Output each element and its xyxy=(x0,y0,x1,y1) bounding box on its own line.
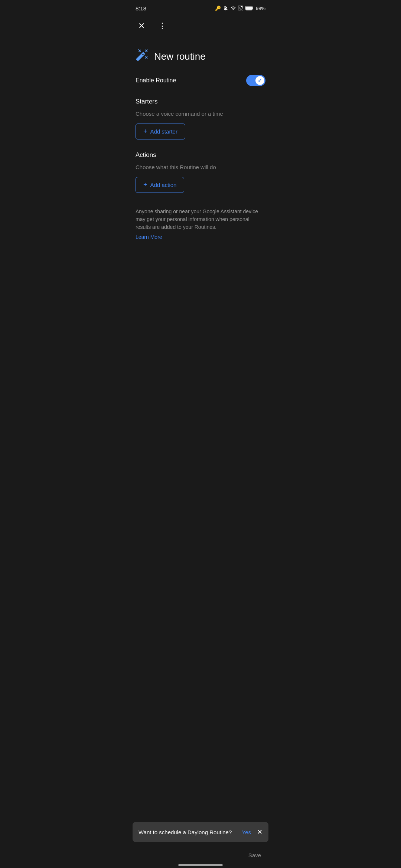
starters-heading: Starters xyxy=(136,98,265,105)
add-starter-label: Add starter xyxy=(150,128,177,135)
main-content: New routine Enable Routine ✓ Starters Ch… xyxy=(128,36,273,240)
close-icon: ✕ xyxy=(138,21,145,31)
wifi-icon xyxy=(231,6,236,11)
enable-routine-row: Enable Routine ✓ xyxy=(136,75,265,86)
more-options-icon: ⋮ xyxy=(158,21,167,31)
add-action-label: Add action xyxy=(150,182,177,188)
starters-subtitle: Choose a voice command or a time xyxy=(136,111,265,117)
bell-off-icon xyxy=(223,6,228,11)
svg-rect-1 xyxy=(246,7,252,10)
add-action-button[interactable]: + Add action xyxy=(136,177,184,193)
more-options-button[interactable]: ⋮ xyxy=(155,19,170,33)
key-icon: 🔑 xyxy=(215,6,221,11)
privacy-notice: Anyone sharing or near your Google Assis… xyxy=(136,208,265,240)
battery-percentage: 98% xyxy=(256,6,265,11)
enable-routine-toggle[interactable]: ✓ xyxy=(246,75,265,86)
actions-heading: Actions xyxy=(136,151,265,159)
close-button[interactable]: ✕ xyxy=(134,19,149,33)
magic-wand-icon xyxy=(136,48,149,65)
add-starter-button[interactable]: + Add starter xyxy=(136,124,185,139)
enable-routine-label: Enable Routine xyxy=(136,77,176,84)
add-starter-plus-icon: + xyxy=(143,128,147,135)
status-time: 8:18 xyxy=(136,5,146,11)
page-title: New routine xyxy=(154,51,206,62)
actions-subtitle: Choose what this Routine will do xyxy=(136,164,265,170)
app-bar: ✕ ⋮ xyxy=(128,16,273,36)
signal-icon xyxy=(238,6,243,11)
toggle-check-icon: ✓ xyxy=(258,78,262,83)
privacy-notice-text: Anyone sharing or near your Google Assis… xyxy=(136,208,265,231)
svg-rect-2 xyxy=(252,7,253,9)
starters-section: Starters Choose a voice command or a tim… xyxy=(136,98,265,151)
status-bar: 8:18 🔑 xyxy=(128,0,273,16)
status-icons: 🔑 98% xyxy=(215,6,265,11)
add-action-plus-icon: + xyxy=(143,181,147,189)
actions-section: Actions Choose what this Routine will do… xyxy=(136,151,265,205)
battery-icon xyxy=(245,6,254,10)
page-title-row: New routine xyxy=(136,48,265,65)
learn-more-link[interactable]: Learn More xyxy=(136,234,265,240)
